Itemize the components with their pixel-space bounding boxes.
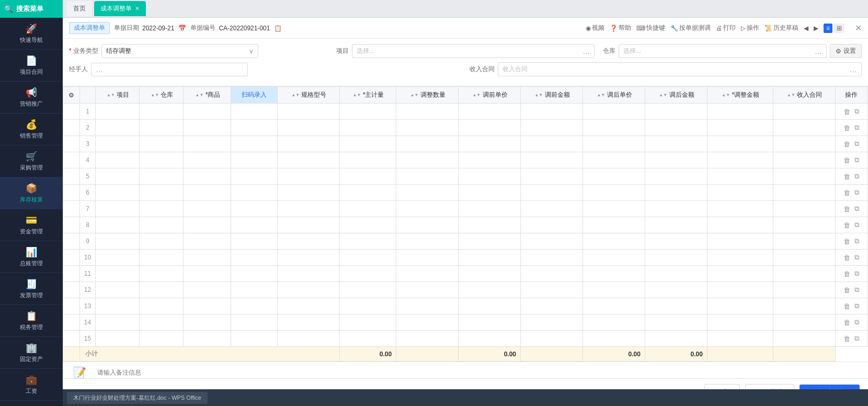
row-goods[interactable] <box>184 136 231 152</box>
row-project[interactable] <box>96 201 140 217</box>
row-unit[interactable] <box>339 104 396 120</box>
row-project[interactable] <box>96 104 140 120</box>
row-scan[interactable] <box>231 314 277 331</box>
nav-prev-btn[interactable]: ◀ <box>804 25 808 32</box>
row-income-contract[interactable] <box>773 314 835 331</box>
row-adjust-qty[interactable] <box>396 298 459 314</box>
row-before-amount[interactable] <box>521 298 583 314</box>
row-income-contract[interactable] <box>773 136 835 152</box>
sidebar-item-ops-mgmt[interactable]: 📈 经营管理 <box>0 401 63 406</box>
row-goods[interactable] <box>184 120 231 136</box>
row-after-amount[interactable] <box>645 136 707 152</box>
row-before-price[interactable] <box>459 201 521 217</box>
row-before-amount[interactable] <box>521 185 583 201</box>
row-warehouse[interactable] <box>140 314 184 331</box>
row-warehouse[interactable] <box>140 168 184 185</box>
row-income-contract[interactable] <box>773 282 835 298</box>
action-history[interactable]: 📜 历史草稿 <box>764 24 798 32</box>
row-goods[interactable] <box>184 168 231 185</box>
row-scan[interactable] <box>231 152 277 168</box>
nav-next-btn[interactable]: ▶ <box>814 25 818 32</box>
row-after-price[interactable] <box>583 120 645 136</box>
row-income-contract[interactable] <box>773 201 835 217</box>
row-adjust-qty[interactable] <box>396 233 459 250</box>
row-spec[interactable] <box>277 104 339 120</box>
col-after-amount[interactable]: ▲▼ 调后金额 <box>645 87 707 104</box>
row-unit[interactable] <box>339 152 396 168</box>
col-adjust-qty[interactable]: ▲▼ 调整数量 <box>396 87 459 104</box>
row-goods[interactable] <box>184 233 231 250</box>
row-after-amount[interactable] <box>645 331 707 347</box>
row-spec[interactable] <box>277 136 339 152</box>
row-before-price[interactable] <box>459 185 521 201</box>
col-warehouse[interactable]: ▲▼ 仓库 <box>140 87 184 104</box>
row-income-contract[interactable] <box>773 104 835 120</box>
col-scan[interactable]: 扫码录入 <box>231 87 277 104</box>
row-unit[interactable] <box>339 168 396 185</box>
row-unit[interactable] <box>339 233 396 250</box>
row-goods[interactable] <box>184 250 231 266</box>
row-spec[interactable] <box>277 233 339 250</box>
row-adjust-qty[interactable] <box>396 104 459 120</box>
copy-icon[interactable]: ⧉ <box>853 122 860 133</box>
row-spec[interactable] <box>277 250 339 266</box>
row-after-amount[interactable] <box>645 185 707 201</box>
row-project[interactable] <box>96 250 140 266</box>
row-before-amount[interactable] <box>521 120 583 136</box>
row-before-amount[interactable] <box>521 136 583 152</box>
row-before-amount[interactable] <box>521 331 583 347</box>
row-before-price[interactable] <box>459 298 521 314</box>
row-unit[interactable] <box>339 282 396 298</box>
tab-close-icon[interactable]: ✕ <box>135 5 140 12</box>
row-income-contract[interactable] <box>773 152 835 168</box>
row-income-contract[interactable] <box>773 217 835 233</box>
row-goods[interactable] <box>184 152 231 168</box>
row-scan[interactable] <box>231 266 277 282</box>
action-test[interactable]: 🔧 按单据测调 <box>670 24 711 32</box>
row-goods[interactable] <box>184 185 231 201</box>
row-before-price[interactable] <box>459 314 521 331</box>
col-after-price[interactable]: ▲▼ 调后单价 <box>583 87 645 104</box>
sidebar-item-tax-mgmt[interactable]: 📋 税务管理 <box>0 305 63 337</box>
row-before-amount[interactable] <box>521 104 583 120</box>
delete-icon[interactable]: 🗑 <box>842 269 851 279</box>
row-adjust-amount[interactable] <box>707 168 773 185</box>
row-adjust-qty[interactable] <box>396 331 459 347</box>
row-adjust-qty[interactable] <box>396 314 459 331</box>
sidebar-item-quick-nav[interactable]: 🚀 快速导航 <box>0 18 63 50</box>
delete-icon[interactable]: 🗑 <box>842 155 851 165</box>
row-income-contract[interactable] <box>773 168 835 185</box>
delete-icon[interactable]: 🗑 <box>842 204 851 214</box>
row-adjust-qty[interactable] <box>396 201 459 217</box>
row-after-price[interactable] <box>583 266 645 282</box>
row-after-amount[interactable] <box>645 314 707 331</box>
action-operate[interactable]: ▷ 操作 <box>741 24 759 32</box>
row-after-price[interactable] <box>583 298 645 314</box>
copy-icon[interactable]: ⧉ <box>853 155 860 165</box>
sidebar-item-sales-mgmt[interactable]: 💰 销售管理 <box>0 114 63 145</box>
row-after-amount[interactable] <box>645 120 707 136</box>
row-scan[interactable] <box>231 233 277 250</box>
row-after-amount[interactable] <box>645 233 707 250</box>
view-toggle[interactable]: ≡ ⊞ <box>824 24 844 33</box>
row-project[interactable] <box>96 120 140 136</box>
row-income-contract[interactable] <box>773 185 835 201</box>
copy-icon[interactable]: ⧉ <box>853 187 860 198</box>
row-after-amount[interactable] <box>645 217 707 233</box>
row-warehouse[interactable] <box>140 136 184 152</box>
row-unit[interactable] <box>339 217 396 233</box>
row-after-amount[interactable] <box>645 104 707 120</box>
copy-icon[interactable]: ⧉ <box>853 204 860 214</box>
row-unit[interactable] <box>339 266 396 282</box>
row-adjust-amount[interactable] <box>707 250 773 266</box>
col-adjust-amount[interactable]: ▲▼ *调整金额 <box>707 87 773 104</box>
row-project[interactable] <box>96 266 140 282</box>
col-settings[interactable]: ⚙ <box>63 87 80 104</box>
row-warehouse[interactable] <box>140 298 184 314</box>
row-after-price[interactable] <box>583 331 645 347</box>
row-spec[interactable] <box>277 331 339 347</box>
copy-icon[interactable]: ⧉ <box>853 236 860 246</box>
row-after-price[interactable] <box>583 217 645 233</box>
delete-icon[interactable]: 🗑 <box>842 253 851 263</box>
row-project[interactable] <box>96 168 140 185</box>
